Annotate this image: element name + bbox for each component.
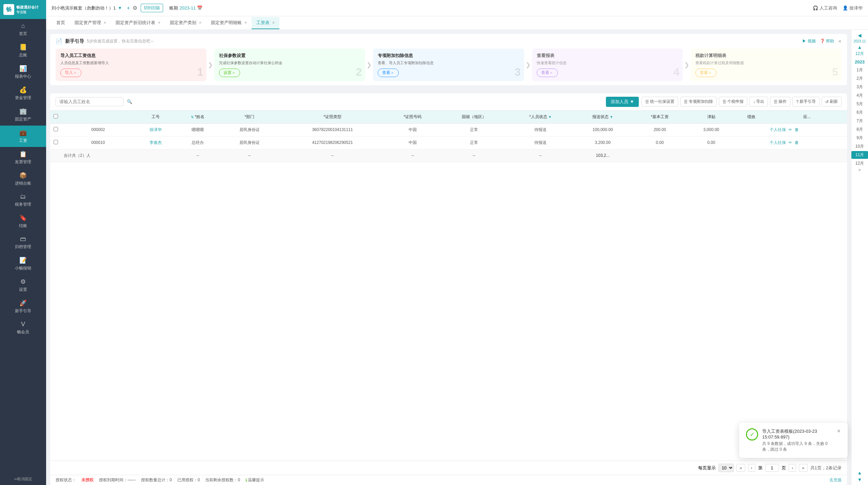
social-insurance-link[interactable]: 个人社保 [770, 140, 786, 146]
sidebar-item-结账[interactable]: 🔖结账 [0, 211, 46, 232]
sidebar-bottom[interactable]: ↤取消固定 [0, 473, 46, 485]
sidebar-item-label: 进销台账 [15, 181, 31, 186]
row-checkbox[interactable] [54, 140, 58, 144]
guide-step-btn-2[interactable]: 设置＞ [219, 69, 240, 77]
search-input[interactable] [56, 97, 123, 106]
last-page-button[interactable]: » [799, 464, 807, 472]
tab-固定资产管理[interactable]: 固定资产管理× [70, 17, 111, 29]
add-employee-button[interactable]: 添加人员 ▼ [606, 97, 639, 107]
toolbar-action-新手引导[interactable]: ?新手引导 [792, 97, 820, 107]
sidebar-item-总账[interactable]: 📒总账 [0, 40, 46, 61]
guide-step-num: 4 [673, 66, 679, 78]
toolbar-action-刷新[interactable]: ↺刷新 [822, 97, 842, 107]
cal-month[interactable]: 1月 [851, 66, 868, 74]
cal-month[interactable]: 6月 [851, 109, 868, 116]
cal-month[interactable]: 4月 [851, 92, 868, 99]
toolbar-action-专项附加扣除[interactable]: ☰专项附加扣除 [680, 97, 717, 107]
sidebar-item-设置[interactable]: ⚙设置 [0, 275, 46, 296]
renew-link[interactable]: 去充值 [829, 477, 842, 483]
guide-step-btn-4[interactable]: 查看＞ [537, 69, 558, 77]
cal-month[interactable]: 8月 [851, 126, 868, 133]
sidebar-item-报表中心[interactable]: 📊报表中心 [0, 61, 46, 83]
filter-icon[interactable]: ▼ [610, 115, 613, 119]
sidebar-item-税务管理[interactable]: 🗂税务管理 [0, 190, 46, 211]
tab-close-icon[interactable]: × [199, 20, 201, 25]
edit-icon[interactable]: ✏ [789, 140, 792, 145]
social-insurance-link[interactable]: 个人社保 [770, 127, 786, 133]
sidebar-item-发票管理[interactable]: 📋发票管理 [0, 147, 46, 168]
cal-month[interactable]: 12月 [851, 160, 868, 167]
toolbar-action-统一社保设置[interactable]: ☰统一社保设置 [642, 97, 678, 107]
filter-icon[interactable]: ▼ [548, 115, 552, 119]
switch-version-button[interactable]: 切到旧版 [141, 4, 163, 12]
guide-step-btn-1[interactable]: 导入＞ [60, 69, 81, 77]
tab-close-icon[interactable]: × [272, 20, 275, 25]
cal-month[interactable]: 7月 [851, 117, 868, 125]
tab-close-icon[interactable]: × [244, 20, 247, 25]
tab-label: 首页 [56, 20, 65, 26]
sidebar-item-归档管理[interactable]: 🗃归档管理 [0, 232, 46, 253]
cal-month[interactable]: 5月 [851, 100, 868, 108]
employee-name-link[interactable]: 李俊杰 [150, 140, 162, 145]
first-page-button[interactable]: « [736, 464, 745, 472]
sidebar-item-首页[interactable]: ⌂首页 [0, 19, 46, 40]
cal-month[interactable]: 10月 [851, 143, 868, 150]
toolbar-action-操作[interactable]: ☰操作 [770, 97, 790, 107]
sidebar-item-资金管理[interactable]: 💰资金管理 [0, 83, 46, 104]
cal-month-active[interactable]: 11月 [851, 151, 868, 159]
cal-nav-down[interactable]: ▼ [857, 477, 862, 482]
ai-consult-link[interactable]: 🎧 人工咨询 [813, 5, 837, 11]
employee-name-link[interactable]: 徐泽华 [150, 127, 162, 132]
calendar-icon[interactable]: 📅 [197, 5, 202, 11]
tab-首页[interactable]: 首页 [52, 17, 70, 29]
per-page-select[interactable]: 10 [718, 464, 734, 472]
guide-step-btn-3[interactable]: 查看＞ [378, 69, 399, 77]
sidebar-item-进销台账[interactable]: 📦进销台账 [0, 168, 46, 190]
toast-close-icon[interactable]: ✕ [837, 428, 841, 434]
company-selector[interactable]: 刘小艳演示账套（勿删勿动！）1 ▼ [52, 5, 122, 11]
user-info[interactable]: 👤 徐泽华 [843, 5, 863, 11]
tab-close-icon[interactable]: × [158, 20, 160, 25]
select-all-checkbox[interactable] [54, 114, 58, 118]
sidebar-item-固定资产[interactable]: 🏢固定资产 [0, 104, 46, 126]
edit-icon[interactable]: ✏ [789, 127, 792, 132]
toolbar-action-个税申报[interactable]: ☰个税申报 [719, 97, 747, 107]
collapse-icon[interactable]: ◀ [858, 33, 862, 38]
delete-icon[interactable]: 🗑 [795, 140, 799, 145]
toolbar-action-导出[interactable]: ↓导出 [749, 97, 768, 107]
report-status-cell: 待报送 [508, 136, 572, 149]
tab-工资表[interactable]: 工资表× [252, 17, 279, 29]
cal-month[interactable]: 9月 [851, 134, 868, 142]
page-number-input[interactable] [765, 464, 779, 472]
dept-cell: 总经办 [176, 136, 220, 149]
cal-month[interactable]: 3月 [851, 83, 868, 91]
cal-year-label[interactable]: 2023 [851, 58, 868, 66]
guide-step-btn-5[interactable]: 查看＞ [695, 69, 716, 77]
cal-up-arrow[interactable]: ▲ [857, 44, 862, 50]
toolbar-label: 统一社保设置 [650, 99, 674, 105]
tab-close-icon[interactable]: × [104, 20, 106, 25]
add-account-icon[interactable]: + [127, 5, 130, 11]
cal-nav-up[interactable]: ▲ [857, 470, 862, 475]
period-selector[interactable]: 账期 2023-11 📅 [169, 5, 202, 11]
cal-month[interactable]: 2月 [851, 75, 868, 82]
company-dropdown-icon[interactable]: ▼ [118, 5, 122, 11]
tab-固定资产折旧统计表[interactable]: 固定资产折旧统计表× [111, 17, 165, 29]
sidebar-item-畅会员[interactable]: V畅会员 [0, 317, 46, 338]
row-checkbox[interactable] [54, 127, 58, 131]
settings-icon[interactable]: ⚙ [133, 5, 137, 11]
tab-固定资产类别[interactable]: 固定资产类别× [165, 17, 206, 29]
tab-固定资产明细账[interactable]: 固定资产明细账× [206, 17, 252, 29]
cal-month[interactable]: 12月 [851, 50, 868, 58]
guide-close-icon[interactable]: ✕ [838, 39, 842, 44]
sidebar-item-新手引导[interactable]: 🚀新手引导 [0, 296, 46, 317]
search-icon[interactable]: 🔍 [127, 99, 132, 104]
help-link[interactable]: ❓ 帮助 [820, 38, 834, 44]
next-page-button[interactable]: › [789, 464, 796, 472]
sort-icon[interactable]: ⇅ [191, 115, 194, 119]
prev-page-button[interactable]: ‹ [748, 464, 755, 472]
video-link[interactable]: ▶ 视频 [802, 38, 815, 44]
sidebar-item-工资[interactable]: 💼工资 [0, 126, 46, 147]
delete-icon[interactable]: 🗑 [795, 127, 799, 132]
sidebar-item-小畅报销[interactable]: 📝小畅报销 [0, 253, 46, 275]
